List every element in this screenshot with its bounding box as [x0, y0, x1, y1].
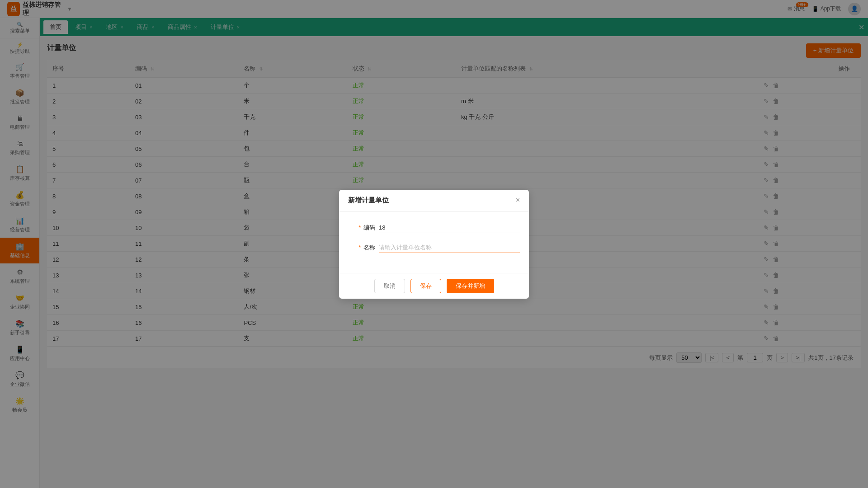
name-input[interactable] [379, 242, 520, 253]
cancel-button[interactable]: 取消 [374, 279, 405, 293]
modal-footer: 取消 保存 保存并新增 [339, 273, 529, 299]
modal-title: 新增计量单位 [348, 196, 389, 205]
code-label: * 编码 [348, 224, 375, 232]
name-label: * 名称 [348, 244, 375, 252]
code-input[interactable] [379, 222, 520, 233]
save-and-new-button[interactable]: 保存并新增 [447, 279, 494, 293]
name-required-star: * [359, 244, 361, 251]
modal-header: 新增计量单位 × [339, 190, 529, 211]
modal-body: * 编码 * 名称 [339, 211, 529, 273]
code-form-row: * 编码 [348, 222, 520, 233]
code-required-star: * [359, 224, 361, 231]
name-form-row: * 名称 [348, 242, 520, 253]
save-button[interactable]: 保存 [410, 279, 441, 293]
add-unit-modal: 新增计量单位 × * 编码 * 名称 取消 保存 保存并新增 [339, 190, 529, 299]
modal-overlay: 新增计量单位 × * 编码 * 名称 取消 保存 保存并新增 [0, 0, 868, 488]
modal-close-button[interactable]: × [516, 196, 520, 204]
